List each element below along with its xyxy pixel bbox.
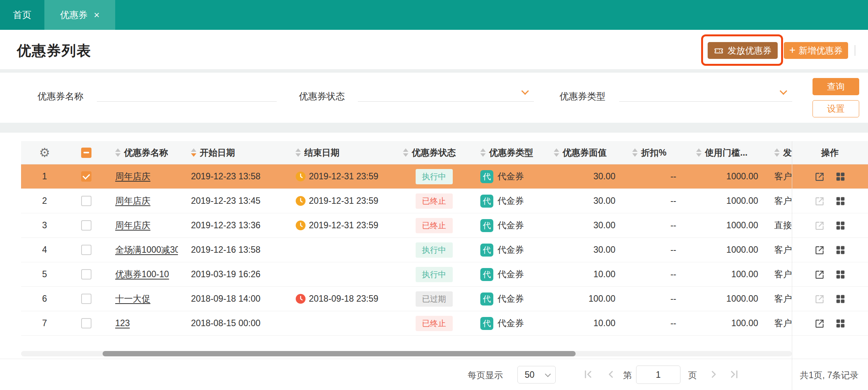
status-badge: 已过期 xyxy=(416,291,453,307)
coupon-name-link[interactable]: 周年店庆 xyxy=(115,219,150,231)
gear-icon[interactable]: ⚙ xyxy=(39,146,50,159)
more-actions-grid-icon[interactable] xyxy=(835,245,846,255)
search-button[interactable]: 查询 xyxy=(813,78,859,95)
tab-coupon-label: 优惠券 xyxy=(60,9,88,21)
row-checkbox[interactable] xyxy=(81,245,91,255)
face-value-cell: 10.00 xyxy=(547,311,625,335)
more-actions-grid-icon[interactable] xyxy=(835,269,846,280)
first-page-button[interactable] xyxy=(582,369,594,380)
row-checkbox[interactable] xyxy=(81,294,91,304)
row-checkbox[interactable] xyxy=(81,171,91,182)
status-cell: 执行中 xyxy=(395,164,473,188)
more-actions-grid-icon[interactable] xyxy=(835,294,846,304)
coupon-type-select[interactable] xyxy=(619,83,792,102)
more-actions-grid-icon[interactable] xyxy=(835,318,846,329)
coupon-name-link[interactable]: 优惠券100-10 xyxy=(115,268,169,280)
more-actions-grid-icon[interactable] xyxy=(835,171,846,182)
voucher-type-icon: 代 xyxy=(480,317,493,330)
column-header-type[interactable]: 优惠券类型 xyxy=(473,141,547,164)
end-date-cell: 2018-09-18 23:59 xyxy=(288,287,395,311)
coupon-name-cell: 123 xyxy=(104,311,181,335)
row-index-cell: 7 xyxy=(21,311,68,335)
column-header-issue[interactable]: 发 xyxy=(770,141,792,164)
type-cell: 代代金券 xyxy=(473,164,547,188)
sort-icon[interactable] xyxy=(191,148,196,157)
sort-icon[interactable] xyxy=(696,148,702,157)
more-actions-grid-icon[interactable] xyxy=(835,196,846,206)
sort-icon[interactable] xyxy=(403,148,408,157)
table-row[interactable]: 1周年店庆2019-12-23 13:582019-12-31 23:59执行中… xyxy=(21,164,868,189)
sort-icon[interactable] xyxy=(115,148,121,157)
page-number-input[interactable] xyxy=(636,366,680,384)
type-label: 代金券 xyxy=(498,195,524,207)
close-icon[interactable]: × xyxy=(94,10,100,20)
table-row[interactable]: 4全场满1000减302019-12-16 13:58执行中代代金券30.00-… xyxy=(21,238,868,262)
table-row[interactable]: 2周年店庆2019-12-23 13:452019-12-31 23:59已终止… xyxy=(21,189,868,213)
section-gap xyxy=(0,69,868,73)
page-size-select[interactable]: 50 xyxy=(517,366,556,384)
table-row[interactable]: 6十一大促2018-09-18 14:002018-09-18 23:59已过期… xyxy=(21,287,868,311)
face-value-cell: 30.00 xyxy=(547,189,625,213)
column-header-thresh[interactable]: 使用门槛... xyxy=(689,141,770,164)
coupon-name-link[interactable]: 周年店庆 xyxy=(115,171,150,182)
page-size-value: 50 xyxy=(525,370,535,380)
row-checkbox[interactable] xyxy=(81,196,91,206)
prev-page-button[interactable] xyxy=(605,369,617,380)
start-date-cell: 2019-12-23 13:58 xyxy=(181,164,288,188)
coupon-name-cell: 全场满1000减30 xyxy=(104,238,181,262)
status-cell: 已终止 xyxy=(395,189,473,213)
row-checkbox[interactable] xyxy=(81,220,91,231)
settings-button[interactable]: 设置 xyxy=(813,100,859,117)
issue-share-icon[interactable] xyxy=(814,269,825,280)
coupon-name-cell: 周年店庆 xyxy=(104,164,181,188)
table-row[interactable]: 5优惠券100-102019-03-19 16:26执行中代代金券10.00--… xyxy=(21,262,868,287)
type-label: 代金券 xyxy=(498,317,524,329)
row-checkbox[interactable] xyxy=(81,318,91,328)
issue-share-icon[interactable] xyxy=(814,196,825,206)
sort-icon[interactable] xyxy=(295,148,301,157)
section-gap xyxy=(0,123,868,133)
issue-target-cell: 客户 xyxy=(770,189,792,213)
voucher-type-icon: 代 xyxy=(480,195,493,208)
type-cell: 代代金券 xyxy=(473,287,547,311)
issue-share-icon[interactable] xyxy=(814,171,825,182)
column-header-name[interactable]: 优惠券名称 xyxy=(104,141,181,164)
issue-share-icon[interactable] xyxy=(814,294,825,304)
chevron-down-icon xyxy=(545,371,551,377)
clock-warning-icon xyxy=(295,220,306,231)
issue-share-icon[interactable] xyxy=(814,245,825,255)
more-actions-grid-icon[interactable] xyxy=(835,220,846,231)
tab-coupon[interactable]: 优惠券 × xyxy=(44,0,115,30)
column-header-status[interactable]: 优惠券状态 xyxy=(395,141,473,164)
horizontal-scrollbar-thumb[interactable] xyxy=(103,351,576,356)
add-coupon-button[interactable]: + 新增优惠券 xyxy=(784,42,848,59)
column-header-start[interactable]: 开始日期 xyxy=(181,141,288,164)
tab-home[interactable]: 首页 xyxy=(0,0,44,30)
row-index-cell: 1 xyxy=(21,164,68,188)
next-page-button[interactable] xyxy=(708,369,720,380)
coupon-name-input[interactable] xyxy=(97,83,277,102)
column-header-label: 发 xyxy=(783,147,792,159)
coupon-name-link[interactable]: 123 xyxy=(115,318,130,328)
issue-share-icon[interactable] xyxy=(814,220,825,231)
row-checkbox[interactable] xyxy=(81,269,91,280)
coupon-name-link[interactable]: 十一大促 xyxy=(115,293,150,305)
coupon-name-link[interactable]: 周年店庆 xyxy=(115,195,150,207)
voucher-type-icon: 代 xyxy=(480,170,493,183)
column-header-disc[interactable]: 折扣% xyxy=(625,141,689,164)
sort-icon[interactable] xyxy=(632,148,638,157)
sort-icon[interactable] xyxy=(554,148,559,157)
sort-icon[interactable] xyxy=(774,148,780,157)
sort-icon[interactable] xyxy=(480,148,486,157)
last-page-button[interactable] xyxy=(729,369,740,380)
coupon-name-link[interactable]: 全场满1000减30 xyxy=(115,244,178,256)
table-row[interactable]: 3周年店庆2019-12-23 13:362019-12-31 23:59已终止… xyxy=(21,213,868,238)
select-all-checkbox[interactable] xyxy=(81,148,91,158)
table-row[interactable]: 71232018-08-15 00:00已终止代代金券10.00--100.00… xyxy=(21,311,868,336)
column-header-value[interactable]: 优惠券面值 xyxy=(547,141,625,164)
column-header-end[interactable]: 结束日期 xyxy=(288,141,395,164)
issue-share-icon[interactable] xyxy=(814,318,825,329)
issue-coupon-button[interactable]: 发放优惠券 xyxy=(708,42,778,59)
row-index-cell: 4 xyxy=(21,238,68,262)
coupon-status-select[interactable] xyxy=(358,83,534,102)
